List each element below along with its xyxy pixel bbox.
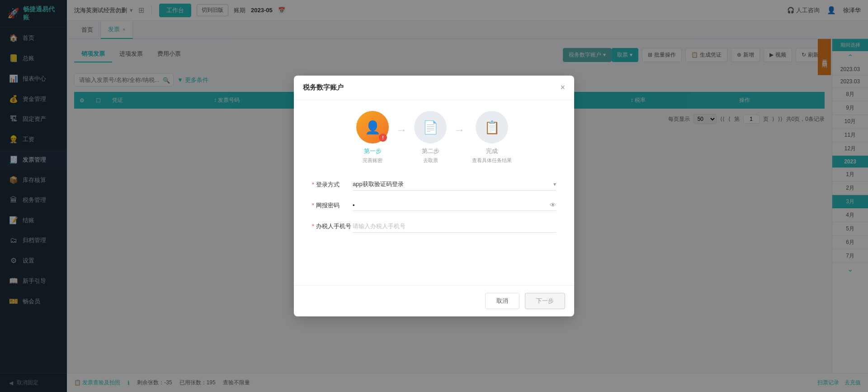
next-button[interactable]: 下一步 [525,293,565,309]
step-3-icon-wrap: 📋 [476,111,508,143]
form-row-login-method: * 登录方式 app获取验证码登录 ▾ [312,178,556,191]
modal-close-button[interactable]: × [560,83,565,92]
phone-control [353,220,556,233]
password-label: * 网报密码 [312,201,353,210]
login-method-select[interactable]: app获取验证码登录 ▾ [353,178,556,191]
form-row-password: * 网报密码 👁 [312,200,556,211]
step-arrow-1: → [389,124,414,136]
login-method-control: app获取验证码登录 ▾ [353,178,556,191]
modal-body: 👤 ! 第一步 完善账密 → 📄 第二步 去取票 → [294,100,574,285]
password-field[interactable] [353,202,550,209]
modal-spacer [312,242,556,278]
cancel-button[interactable]: 取消 [485,293,519,309]
phone-required: * [312,223,314,229]
step-2-icon-wrap: 📄 [414,111,447,143]
login-method-required: * [312,181,314,188]
password-required: * [312,202,314,209]
step-3-title: 完成 [486,147,498,155]
tax-account-modal: 税务数字账户 × 👤 ! 第一步 完善账密 → [294,76,574,316]
step-2: 📄 第二步 去取票 [414,111,447,164]
step-2-icon: 📄 [423,120,439,135]
login-method-dropdown-icon: ▾ [553,181,556,187]
login-method-value: app获取验证码登录 [353,180,404,188]
step-1-badge: ! [379,134,387,142]
password-field-wrap: 👁 [353,200,556,211]
step-arrow-2: → [447,124,472,136]
login-method-label: * 登录方式 [312,181,353,189]
step-3: 📋 完成 查看具体任务结果 [472,111,512,164]
modal-title: 税务数字账户 [303,83,344,92]
step-1-icon: 👤 [365,120,381,135]
step-2-title: 第二步 [422,147,439,155]
phone-label: * 办税人手机号 [312,222,353,230]
form-row-phone: * 办税人手机号 [312,220,556,233]
step-2-desc: 去取票 [423,157,438,164]
step-3-icon: 📋 [484,120,500,135]
modal-footer: 取消 下一步 [294,285,574,316]
modal-header: 税务数字账户 × [294,76,574,100]
phone-input[interactable] [353,220,556,233]
modal-overlay: 税务数字账户 × 👤 ! 第一步 完善账密 → [0,0,868,392]
steps-row: 👤 ! 第一步 完善账密 → 📄 第二步 去取票 → [312,111,556,164]
password-control: 👁 [353,200,556,211]
step-1-title: 第一步 [364,147,382,155]
eye-icon[interactable]: 👁 [550,201,556,209]
step-3-desc: 查看具体任务结果 [472,157,512,164]
step-1-desc: 完善账密 [363,157,382,164]
step-1: 👤 ! 第一步 完善账密 [356,111,389,164]
step-1-icon-wrap: 👤 ! [356,111,389,143]
